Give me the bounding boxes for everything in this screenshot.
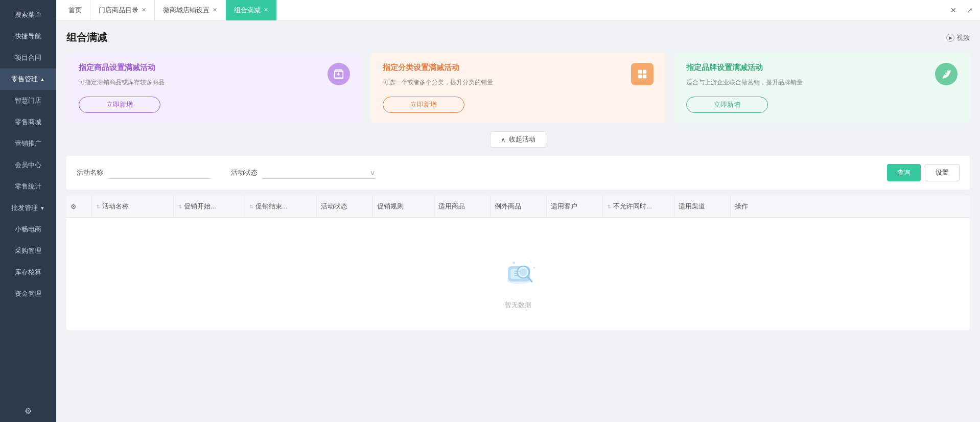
tabbar: 首页 门店商品目录 ✕ 微商城店铺设置 ✕ 组合满减 ✕ ✕ ⤢ bbox=[56, 0, 980, 20]
sidebar-item-fund-mgmt[interactable]: 资金管理 bbox=[0, 283, 56, 304]
tabbar-actions: ✕ ⤢ bbox=[947, 4, 976, 16]
tab-home[interactable]: 首页 bbox=[60, 0, 90, 20]
card-category: 指定分类设置满减活动 可选一个或者多个分类，提升分类的销量 立即新增 bbox=[370, 53, 666, 123]
sidebar: 搜索菜单 快捷导航 项目合同 零售管理 ▲ 智慧门店 零售商城 营销推广 会员中… bbox=[0, 0, 56, 422]
card-product-desc: 可指定滞销商品或库存较多商品 bbox=[79, 78, 350, 87]
card-category-icon bbox=[631, 63, 654, 85]
activity-status-select-wrap: 全部 进行中 未开始 已结束 ∨ bbox=[263, 167, 375, 179]
card-product: 指定商品设置满减活动 可指定滞销商品或库存较多商品 立即新增 bbox=[66, 53, 362, 123]
th-promo-end: ⇅ 促销结束... bbox=[245, 196, 317, 217]
card-product-btn[interactable]: 立即新增 bbox=[79, 97, 160, 113]
th-exception-goods: 例外商品 bbox=[491, 196, 547, 217]
filter-row: 活动名称 活动状态 全部 进行中 未开始 已结束 ∨ 查询 bbox=[66, 156, 970, 190]
video-link[interactable]: ▶ 视频 bbox=[946, 33, 970, 42]
activity-status-select[interactable]: 全部 进行中 未开始 已结束 bbox=[263, 167, 375, 178]
sidebar-item-member-center[interactable]: 会员中心 bbox=[0, 154, 56, 176]
card-category-title: 指定分类设置满减活动 bbox=[383, 63, 654, 73]
tab-store-catalog[interactable]: 门店商品目录 ✕ bbox=[90, 0, 155, 20]
tab-close-store-catalog[interactable]: ✕ bbox=[142, 7, 146, 13]
tab-micro-store-settings[interactable]: 微商城店铺设置 ✕ bbox=[155, 0, 226, 20]
th-applicable-goods: 适用商品 bbox=[434, 196, 491, 217]
card-product-icon bbox=[328, 63, 350, 85]
activity-name-label: 活动名称 bbox=[77, 168, 103, 177]
sidebar-item-inventory-calc[interactable]: 库存核算 bbox=[0, 262, 56, 283]
empty-illustration bbox=[493, 248, 544, 294]
gear-icon: ⚙ bbox=[71, 203, 77, 210]
sidebar-item-retail-stats[interactable]: 零售统计 bbox=[0, 176, 56, 197]
play-circle-icon: ▶ bbox=[946, 34, 954, 42]
th-promo-start: ⇅ 促销开始... bbox=[174, 196, 245, 217]
sidebar-item-purchase-mgmt[interactable]: 采购管理 bbox=[0, 240, 56, 262]
card-category-desc: 可选一个或者多个分类，提升分类的销量 bbox=[383, 78, 654, 87]
tab-close-micro-store-settings[interactable]: ✕ bbox=[213, 7, 217, 13]
collapse-row: ∧ 收起活动 bbox=[66, 131, 970, 148]
sort-icon[interactable]: ⇅ bbox=[96, 204, 100, 209]
card-brand-icon bbox=[935, 63, 958, 85]
card-brand-title: 指定品牌设置满减活动 bbox=[686, 63, 958, 73]
empty-text: 暂无数据 bbox=[505, 300, 531, 310]
card-category-btn[interactable]: 立即新增 bbox=[383, 97, 464, 113]
query-button[interactable]: 查询 bbox=[887, 164, 921, 181]
sidebar-item-project-contract[interactable]: 项目合同 bbox=[0, 47, 56, 68]
card-brand: 指定品牌设置满减活动 适合与上游企业联合做营销，提升品牌销量 立即新增 bbox=[674, 53, 970, 123]
svg-point-14 bbox=[530, 261, 531, 263]
sidebar-item-marketing[interactable]: 营销推广 bbox=[0, 133, 56, 154]
svg-rect-0 bbox=[638, 70, 642, 74]
sidebar-item-search-menu[interactable]: 搜索菜单 bbox=[0, 4, 56, 26]
th-applicable-channel: 适用渠道 bbox=[674, 196, 731, 217]
card-brand-desc: 适合与上游企业联合做营销，提升品牌销量 bbox=[686, 78, 958, 87]
chevron-down-icon: ▼ bbox=[40, 205, 45, 211]
page-content: 组合满减 ▶ 视频 指定商品设置满减活动 可指定滞销商品或库存较多商品 立即新增 bbox=[56, 20, 980, 422]
page-title: 组合满减 bbox=[66, 31, 107, 44]
cards-row: 指定商品设置满减活动 可指定滞销商品或库存较多商品 立即新增 指定分类设置满减活… bbox=[66, 53, 970, 123]
svg-point-8 bbox=[520, 268, 527, 276]
th-settings[interactable]: ⚙ bbox=[66, 196, 92, 217]
sidebar-item-quick-nav[interactable]: 快捷导航 bbox=[0, 26, 56, 47]
filter-activity-status: 活动状态 全部 进行中 未开始 已结束 ∨ bbox=[231, 167, 375, 179]
th-activity-name: ⇅ 活动名称 bbox=[92, 196, 174, 217]
sidebar-item-smart-store[interactable]: 智慧门店 bbox=[0, 90, 56, 111]
close-window-icon[interactable]: ✕ bbox=[947, 4, 960, 16]
th-activity-status: 活动状态 bbox=[317, 196, 373, 217]
sort-icon[interactable]: ⇅ bbox=[178, 204, 182, 209]
svg-rect-1 bbox=[643, 70, 646, 74]
filter-actions: 查询 设置 bbox=[887, 164, 960, 181]
svg-point-15 bbox=[533, 267, 535, 269]
svg-rect-2 bbox=[638, 75, 642, 78]
table-header: ⚙ ⇅ 活动名称 ⇅ 促销开始... ⇅ 促销结束... 活动状态 bbox=[66, 196, 970, 218]
collapse-btn[interactable]: ∧ 收起活动 bbox=[490, 131, 546, 148]
tab-combo-discount[interactable]: 组合满减 ✕ bbox=[226, 0, 277, 20]
sort-icon[interactable]: ⇅ bbox=[607, 204, 611, 209]
settings-button[interactable]: 设置 bbox=[925, 164, 960, 181]
sidebar-item-wholesale-mgmt[interactable]: 批发管理 ▼ bbox=[0, 197, 56, 219]
svg-point-13 bbox=[512, 262, 515, 264]
chevron-up-icon: ▲ bbox=[40, 77, 45, 82]
sidebar-item-zero-mall[interactable]: 零售商城 bbox=[0, 111, 56, 133]
card-product-title: 指定商品设置满减活动 bbox=[79, 63, 350, 73]
table-wrap: ⚙ ⇅ 活动名称 ⇅ 促销开始... ⇅ 促销结束... 活动状态 bbox=[66, 196, 970, 330]
maximize-icon[interactable]: ⤢ bbox=[964, 4, 976, 16]
filter-activity-name: 活动名称 bbox=[77, 167, 211, 179]
empty-state: 暂无数据 bbox=[66, 218, 970, 330]
sidebar-item-xiaochang-ecom[interactable]: 小畅电商 bbox=[0, 219, 56, 240]
card-brand-btn[interactable]: 立即新增 bbox=[686, 97, 768, 113]
activity-name-input[interactable] bbox=[108, 167, 211, 179]
th-no-concurrent: ⇅ 不允许同时... bbox=[603, 196, 674, 217]
tab-close-combo-discount[interactable]: ✕ bbox=[264, 7, 268, 13]
page-header: 组合满减 ▶ 视频 bbox=[66, 31, 970, 44]
settings-icon[interactable]: ⚙ bbox=[0, 400, 56, 422]
th-promo-rules: 促销规则 bbox=[373, 196, 434, 217]
chevron-up-icon: ∧ bbox=[501, 136, 506, 144]
activity-status-label: 活动状态 bbox=[231, 168, 258, 177]
main-area: 首页 门店商品目录 ✕ 微商城店铺设置 ✕ 组合满减 ✕ ✕ ⤢ 组合满减 ▶ … bbox=[56, 0, 980, 422]
sidebar-item-retail-management[interactable]: 零售管理 ▲ bbox=[0, 68, 56, 90]
th-applicable-customers: 适用客户 bbox=[547, 196, 603, 217]
sort-icon[interactable]: ⇅ bbox=[249, 204, 253, 209]
svg-rect-3 bbox=[643, 75, 646, 78]
th-operations: 操作 bbox=[731, 196, 792, 217]
